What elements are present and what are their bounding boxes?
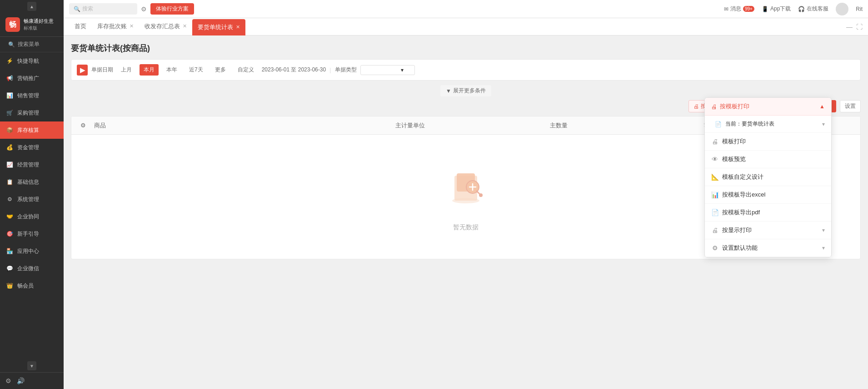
design-icon: 📐 xyxy=(711,173,718,181)
topbar: 🔍 搜索 ⚙ 体验行业方案 ✉ 消息 99+ 📱 App下载 🎧 在线客服 Ri… xyxy=(64,0,868,18)
dropdown-item-template-design[interactable]: 📐 模板自定义设计 xyxy=(705,168,831,186)
date-btn-last-month[interactable]: 上月 xyxy=(117,64,136,76)
empty-text: 暂无数据 xyxy=(453,223,479,232)
guide-icon: 🎯 xyxy=(5,230,14,238)
tab-inventory-batch[interactable]: 库存批次账 ✕ xyxy=(92,18,139,35)
settings-button[interactable]: 设置 xyxy=(840,100,861,112)
sidebar-bottom: ⚙ 🔊 xyxy=(0,372,64,389)
date-btn-this-year[interactable]: 本年 xyxy=(162,64,181,76)
sidebar-item-label: 基础信息 xyxy=(17,178,39,186)
settings-gear-icon[interactable]: ⚙ xyxy=(141,5,147,13)
sidebar-item-label: 经营管理 xyxy=(17,161,39,169)
date-btn-custom[interactable]: 自定义 xyxy=(234,64,258,76)
sidebar-item-label: 新手引导 xyxy=(17,230,39,238)
sidebar-item-basic[interactable]: 📋 基础信息 xyxy=(0,173,64,191)
app-logo-text: 畅康通好生意 标准版 xyxy=(24,18,54,31)
printer-icon: 🖨 xyxy=(693,103,699,110)
dropdown-item-display-print[interactable]: 🖨 按显示打印 ▾ xyxy=(705,222,831,239)
message-icon: ✉ xyxy=(724,6,728,12)
svg-point-7 xyxy=(479,193,483,197)
sidebar-item-appstore[interactable]: 🏪 应用中心 xyxy=(0,242,64,260)
page-title: 要货单统计表(按商品) xyxy=(71,43,861,54)
dropdown-item-template-excel[interactable]: 📊 按模板导出excel xyxy=(705,186,831,204)
dropdown-item-set-default[interactable]: ⚙ 设置默认功能 ▾ xyxy=(705,239,831,257)
date-btn-7days[interactable]: 近7天 xyxy=(185,64,207,76)
sidebar-scroll-bottom: ▼ xyxy=(0,359,64,372)
sidebar-item-label: 企业微信 xyxy=(17,265,39,273)
expand-more-button[interactable]: ▼ 展开更多条件 xyxy=(440,85,491,96)
printer-icon: 🖨 xyxy=(711,138,718,145)
basic-icon: 📋 xyxy=(5,178,14,186)
current-icon: 📄 xyxy=(715,121,722,127)
sidebar-item-marketing[interactable]: 📢 营销推广 xyxy=(0,70,64,87)
tab-maximize-button[interactable]: ⛶ xyxy=(856,23,863,30)
search-menu-item[interactable]: 🔍 搜索菜单 xyxy=(0,37,64,52)
sidebar-item-operation[interactable]: 📈 经营管理 xyxy=(0,156,64,173)
tab-receive-summary[interactable]: 收发存汇总表 ✕ xyxy=(139,18,192,35)
date-btn-more[interactable]: 更多 xyxy=(211,64,230,76)
scroll-down-button[interactable]: ▼ xyxy=(27,361,36,370)
sidebar-item-guide[interactable]: 🎯 新手引导 xyxy=(0,225,64,242)
chevron-down-icon: ▾ xyxy=(401,67,404,73)
date-btn-this-month[interactable]: 本月 xyxy=(140,64,159,76)
settings-bottom-icon[interactable]: ⚙ xyxy=(5,377,11,384)
dropdown-item-template-pdf[interactable]: 📄 按模板导出pdf xyxy=(705,204,831,222)
col-header-settings[interactable]: ⚙ xyxy=(77,117,90,133)
phone-icon: 📱 xyxy=(762,6,768,12)
sidebar-item-sales[interactable]: 📊 销售管理 xyxy=(0,87,64,104)
message-badge: 99+ xyxy=(743,6,754,12)
settings-icon: ⚙ xyxy=(80,122,86,129)
sidebar-item-label: 资金管理 xyxy=(17,144,39,152)
dropdown-close-button[interactable]: ▲ xyxy=(819,103,825,110)
main-area: 🔍 搜索 ⚙ 体验行业方案 ✉ 消息 99+ 📱 App下载 🎧 在线客服 Ri… xyxy=(64,0,868,389)
purchase-icon: 🛒 xyxy=(5,109,14,117)
col-header-unit: 主计量单位 xyxy=(392,117,546,134)
trial-button[interactable]: 体验行业方案 xyxy=(150,3,194,15)
date-range-display: 2023-06-01 至 2023-06-30 xyxy=(262,66,326,74)
chevron-right-icon: ▾ xyxy=(822,245,825,251)
type-filter-select[interactable]: ▾ xyxy=(360,65,415,75)
empty-illustration xyxy=(443,162,489,216)
tab-close-inventory-batch[interactable]: ✕ xyxy=(130,23,134,29)
app-logo-icon: 畅 xyxy=(5,17,20,32)
user-avatar[interactable] xyxy=(836,3,848,15)
sidebar-item-label: 快捷导航 xyxy=(17,57,39,65)
tab-close-order-stats[interactable]: ✕ xyxy=(236,24,240,30)
headset-icon: 🎧 xyxy=(798,6,805,12)
sidebar-scroll-top: ▲ xyxy=(0,0,64,13)
chevron-down-icon: ▼ xyxy=(446,88,451,94)
sidebar-item-system[interactable]: ⚙ 系统管理 xyxy=(0,191,64,208)
speaker-icon[interactable]: 🔊 xyxy=(17,377,25,384)
sidebar-item-quick-nav[interactable]: ⚡ 快捷导航 xyxy=(0,52,64,70)
sidebar-item-inventory[interactable]: 📦 库存核算 xyxy=(0,121,64,139)
tab-home[interactable]: 首页 xyxy=(69,18,92,35)
message-button[interactable]: ✉ 消息 99+ xyxy=(724,5,754,13)
tab-minimize-button[interactable]: — xyxy=(846,23,853,30)
preview-icon: 👁 xyxy=(711,156,718,163)
sidebar-item-finance[interactable]: 💰 资金管理 xyxy=(0,139,64,156)
sidebar-item-cooperation[interactable]: 🤝 企业协同 xyxy=(0,208,64,225)
topbar-search-box[interactable]: 🔍 搜索 xyxy=(69,3,137,15)
sidebar-item-member[interactable]: 👑 畅会员 xyxy=(0,277,64,294)
online-service-button[interactable]: 🎧 在线客服 xyxy=(798,5,828,13)
sidebar-logo: 畅 畅康通好生意 标准版 xyxy=(0,13,64,37)
finance-icon: 💰 xyxy=(5,143,14,152)
dropdown-header: 🖨 按模板打印 ▲ xyxy=(705,98,831,116)
tab-order-stats[interactable]: 要货单统计表 ✕ xyxy=(192,19,245,35)
tab-close-receive-summary[interactable]: ✕ xyxy=(183,23,187,29)
filter-expand-button[interactable]: ▶ xyxy=(77,65,88,76)
user-name-label: Rit xyxy=(856,6,863,12)
tabs-bar: 首页 库存批次账 ✕ 收发存汇总表 ✕ 要货单统计表 ✕ — ⛶ xyxy=(64,18,868,35)
sidebar-item-label: 系统管理 xyxy=(17,196,39,203)
sidebar-item-purchase[interactable]: 🛒 采购管理 xyxy=(0,104,64,121)
dropdown-item-template-print[interactable]: 🖨 模板打印 xyxy=(705,133,831,151)
sidebar-item-label: 企业协同 xyxy=(17,213,39,221)
display-printer-icon: 🖨 xyxy=(711,227,718,234)
marketing-icon: 📢 xyxy=(5,74,14,82)
sidebar-item-wechat[interactable]: 💬 企业微信 xyxy=(0,260,64,277)
system-icon: ⚙ xyxy=(5,195,14,203)
app-download-button[interactable]: 📱 App下载 xyxy=(762,5,791,13)
topbar-right-section: ✉ 消息 99+ 📱 App下载 🎧 在线客服 Rit xyxy=(724,3,863,15)
dropdown-item-template-preview[interactable]: 👁 模板预览 xyxy=(705,151,831,168)
scroll-up-button[interactable]: ▲ xyxy=(27,2,36,11)
